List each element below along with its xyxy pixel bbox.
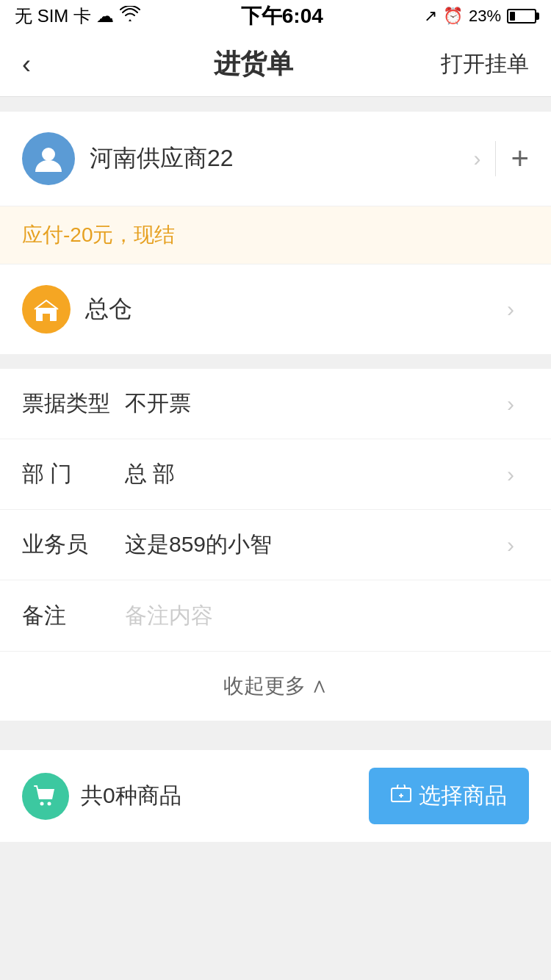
back-button[interactable]: ‹ [22,49,66,80]
invoice-type-value: 不开票 [110,389,507,419]
nav-bar: ‹ 进货单 打开挂单 [0,32,551,97]
warehouse-name: 总仓 [85,293,507,325]
status-left: 无 SIM 卡 ☁ [15,4,140,28]
remark-row[interactable]: 备注 备注内容 [0,580,551,651]
department-chevron-icon: › [507,462,514,487]
invoice-type-row[interactable]: 票据类型 不开票 › [0,369,551,439]
department-label: 部 门 [22,459,110,489]
select-product-btn-icon [391,784,411,809]
bottom-fill [0,842,551,980]
gap-1 [0,97,551,112]
svg-point-0 [42,148,55,161]
supplier-name: 河南供应商22 [90,143,473,175]
location-icon: ↗ [424,7,437,26]
department-value: 总 部 [110,459,507,489]
remark-input[interactable]: 备注内容 [110,601,529,631]
cart-icon [22,773,69,820]
salesperson-row[interactable]: 业务员 这是859的小智 › [0,510,551,580]
invoice-type-label: 票据类型 [22,389,110,419]
status-bar: 无 SIM 卡 ☁ 下午6:04 ↗ ⏰ 23% [0,0,551,32]
svg-point-3 [40,801,44,805]
product-bar: 共0种商品 选择商品 [0,750,551,842]
warehouse-chevron-icon: › [507,297,514,322]
battery-icon [507,9,536,24]
status-time: 下午6:04 [241,2,323,30]
wifi-icon [120,6,140,26]
product-count-label: 共0种商品 [81,781,369,811]
supplier-section: 河南供应商22 › + 应付-20元，现结 [0,112,551,264]
battery-percent: 23% [469,7,501,26]
salesperson-chevron-icon: › [507,533,514,558]
salesperson-value: 这是859的小智 [110,530,507,560]
department-row[interactable]: 部 门 总 部 › [0,439,551,510]
select-product-button[interactable]: 选择商品 [369,768,529,824]
gap-2 [0,721,551,735]
collapse-button[interactable]: 收起更多 ∧ [0,651,551,721]
svg-rect-2 [43,314,50,321]
sim-status: 无 SIM 卡 ☁ [15,4,114,28]
invoice-type-chevron-icon: › [507,392,514,417]
warehouse-row[interactable]: 总仓 › [0,264,551,354]
salesperson-label: 业务员 [22,530,110,560]
svg-point-4 [48,801,51,805]
supplier-avatar [22,132,75,185]
page-title: 进货单 [214,46,293,82]
select-product-btn-label: 选择商品 [419,781,507,811]
form-section: 票据类型 不开票 › 部 门 总 部 › 业务员 这是859的小智 › 备注 备… [0,369,551,651]
status-right: ↗ ⏰ 23% [424,7,536,26]
remark-label: 备注 [22,601,110,631]
alarm-icon: ⏰ [443,7,463,26]
open-pending-button[interactable]: 打开挂单 [441,49,529,79]
warehouse-icon [22,285,71,334]
supplier-row[interactable]: 河南供应商22 › + [0,112,551,206]
add-supplier-icon[interactable]: + [495,141,529,176]
notice-banner: 应付-20元，现结 [0,206,551,264]
supplier-chevron-icon: › [473,146,480,171]
